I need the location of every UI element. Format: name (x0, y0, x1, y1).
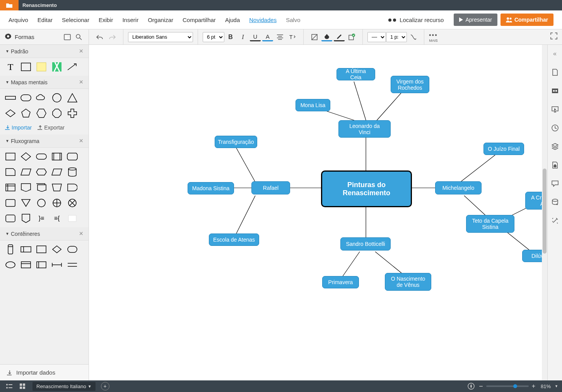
dock-page-icon[interactable] (550, 67, 560, 77)
menu-arrange[interactable]: Organizar (148, 17, 173, 23)
shape-cloud[interactable] (36, 92, 47, 104)
menu-news[interactable]: Novidades (249, 17, 277, 23)
dock-magic-icon[interactable] (550, 216, 560, 226)
shape-ct7[interactable] (20, 259, 32, 271)
shape-fc-display[interactable] (67, 151, 78, 162)
shape-fc-brace-r[interactable]: }≡ (36, 213, 47, 224)
dock-context-icon[interactable] (550, 86, 560, 96)
node-ultima[interactable]: A Última Ceia (337, 68, 375, 80)
font-select[interactable]: Liberation Sans (128, 32, 193, 42)
shape-fc-multidoc[interactable] (36, 182, 47, 193)
underline-button[interactable]: U (250, 33, 261, 41)
shape-circle[interactable] (51, 92, 63, 104)
shape-ct5[interactable] (67, 244, 78, 255)
shape-fc-para[interactable] (51, 166, 63, 178)
shape-fc-card[interactable] (5, 166, 16, 178)
shape-fc-blank[interactable] (67, 213, 78, 224)
import-data-button[interactable]: Importar dados (0, 364, 89, 380)
menu-edit[interactable]: Editar (38, 17, 53, 23)
shape-cross[interactable] (67, 107, 78, 119)
shape-fc-manual[interactable] (51, 182, 63, 193)
shape-fc-brace-l[interactable]: ≡{ (51, 213, 63, 224)
redo-button[interactable] (107, 32, 118, 43)
node-escola[interactable]: Escola de Atenas (209, 233, 259, 246)
outline-icon[interactable] (4, 381, 15, 392)
menu-file[interactable]: Arquivo (9, 17, 28, 23)
shape-fc-hex[interactable] (36, 166, 47, 178)
node-botti[interactable]: Sandro Botticelli (340, 237, 391, 251)
menu-help[interactable]: Ajuda (225, 17, 240, 23)
line-style-select[interactable]: ─── (367, 32, 386, 42)
shape-fc-merge[interactable] (20, 197, 32, 209)
section-flowchart[interactable]: ▼Fluxograma× (0, 135, 89, 148)
shape-block[interactable] (51, 61, 63, 73)
node-rafael[interactable]: Rafael (251, 181, 290, 194)
shape-triangle[interactable] (67, 92, 78, 104)
zoom-value[interactable]: 81% (541, 383, 551, 389)
shape-ct8[interactable] (36, 259, 47, 271)
shape-rect[interactable] (20, 61, 32, 73)
image-icon[interactable] (62, 32, 72, 42)
search-icon[interactable] (74, 32, 84, 42)
shape-ct10[interactable] (67, 259, 78, 271)
shape-ct2[interactable] (20, 244, 32, 255)
node-mona[interactable]: Mona Lisa (296, 99, 330, 111)
shape-options-button[interactable] (346, 32, 357, 43)
fill-color-button[interactable] (321, 33, 332, 41)
find-resource[interactable]: Localizar recurso (388, 17, 444, 23)
shape-ct3[interactable] (36, 244, 47, 255)
menu-select[interactable]: Selecionar (62, 17, 89, 23)
dock-comments-icon[interactable] (550, 179, 560, 189)
shape-fc-predefined[interactable] (51, 151, 63, 162)
add-page-button[interactable]: + (101, 382, 109, 390)
shape-fc-diamond[interactable] (20, 151, 32, 162)
shape-fc-connector[interactable] (36, 197, 47, 209)
fullscreen-button[interactable] (550, 32, 557, 41)
shape-ct9[interactable] (51, 259, 63, 271)
node-teto[interactable]: Teto da CapelaSistina (466, 215, 514, 233)
close-icon[interactable]: × (79, 230, 83, 238)
text-color-button[interactable]: A (262, 33, 273, 41)
share-button[interactable]: Compartilhar (501, 14, 553, 26)
shape-ct4[interactable] (51, 244, 63, 255)
node-venus[interactable]: O Nascimentode Vênus (385, 273, 431, 291)
collapse-dock-icon[interactable]: « (550, 49, 560, 59)
shape-fc-or[interactable] (51, 197, 63, 209)
dock-present-icon[interactable] (550, 104, 560, 114)
shape-octagon[interactable] (51, 107, 63, 119)
gear-icon[interactable] (5, 33, 12, 41)
shape-fc-internal[interactable] (5, 182, 16, 193)
shape-fc-stored[interactable] (5, 197, 16, 209)
folder-icon[interactable] (0, 0, 19, 10)
menu-insert[interactable]: Inserir (122, 17, 138, 23)
canvas[interactable]: Pinturas doRenascimento Leonardo daVinci… (89, 45, 547, 380)
node-center[interactable]: Pinturas doRenascimento (321, 170, 412, 207)
shape-fc-rect[interactable] (5, 151, 16, 162)
present-button[interactable]: Apresentar (454, 14, 497, 26)
import-link[interactable]: Importar (5, 124, 32, 131)
dock-data-icon[interactable] (550, 197, 560, 207)
line-arrow-button[interactable] (408, 32, 419, 43)
doc-title[interactable]: Renascimento (19, 2, 57, 8)
shape-hexagon[interactable] (36, 107, 47, 119)
shape-pentagon[interactable] (20, 107, 32, 119)
italic-button[interactable]: I (237, 32, 248, 43)
section-default[interactable]: ▼Padrão× (0, 45, 89, 58)
shape-ct1[interactable] (5, 244, 16, 255)
shape-ct6[interactable] (5, 259, 16, 271)
shape-arrow[interactable] (67, 61, 78, 73)
export-link[interactable]: Exportar (37, 124, 65, 131)
close-icon[interactable]: × (79, 47, 83, 55)
align-button[interactable] (275, 32, 285, 43)
menu-share[interactable]: Compartilhar (183, 17, 216, 23)
compass-icon[interactable] (466, 381, 477, 392)
shape-fc-cylinder[interactable] (67, 166, 78, 178)
node-virgem[interactable]: Virgem dosRochedos (391, 76, 429, 93)
section-mindmaps[interactable]: ▼Mapas mentais× (0, 76, 89, 89)
node-prima[interactable]: Primavera (322, 276, 359, 288)
menu-view[interactable]: Exibir (99, 17, 113, 23)
fill-none-button[interactable] (309, 32, 320, 43)
shape-fc-data[interactable] (20, 166, 32, 178)
zoom-control[interactable]: − + 81% ▼ (479, 382, 558, 390)
grid-icon[interactable] (17, 381, 28, 392)
